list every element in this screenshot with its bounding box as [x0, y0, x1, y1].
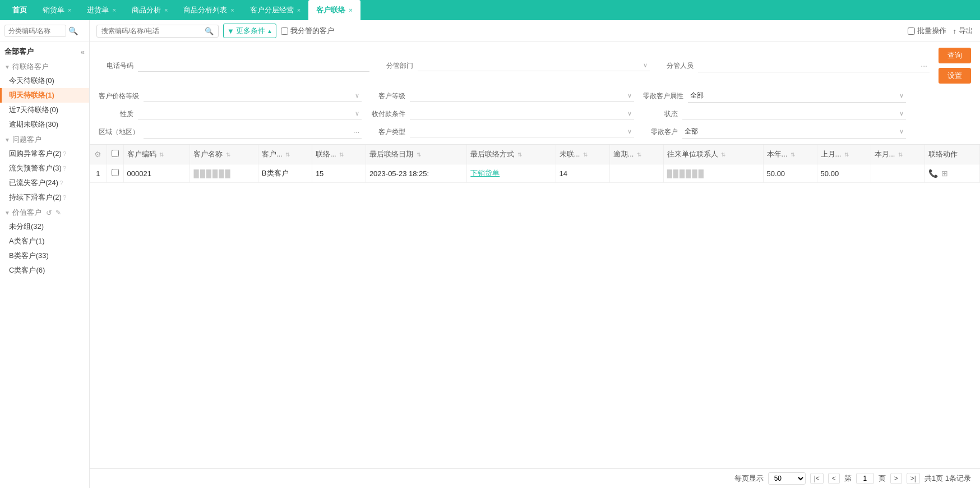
toolbar-search-icon[interactable]: 🔍: [205, 27, 214, 35]
sidebar-item-b-class[interactable]: B类客户(33): [0, 248, 89, 263]
page-size-select[interactable]: 50 100 200: [768, 472, 806, 485]
sort-icon[interactable]: ⇅: [583, 151, 588, 158]
nav-close-active-icon[interactable]: ×: [349, 7, 352, 13]
toolbar-search-input[interactable]: [101, 27, 202, 35]
th-code: 客户编码 ⇅: [123, 145, 190, 164]
sidebar-item-ungrouped[interactable]: 未分组(32): [0, 219, 89, 234]
nav-close-icon[interactable]: ×: [297, 7, 301, 13]
page-label: 第: [844, 473, 852, 484]
sidebar: 🔍 全部客户 « ▼ 待联络客户 今天待联络(0) 明天待联络(1) 近7天待联…: [0, 20, 90, 488]
row-checkbox[interactable]: [112, 169, 119, 176]
nav-close-icon[interactable]: ×: [68, 7, 71, 13]
dots-icon[interactable]: ···: [353, 127, 360, 136]
sort-icon[interactable]: ⇅: [159, 151, 164, 158]
filter-dept-label: 分管部门: [378, 61, 418, 71]
page-input[interactable]: [856, 473, 874, 484]
cell-overdue: [609, 164, 663, 183]
nav-customer-segmentation[interactable]: 客户分层经营 ×: [242, 0, 308, 20]
value-group-refresh-icon[interactable]: ↺: [46, 209, 52, 217]
nav-home[interactable]: 首页: [4, 0, 35, 20]
filter-region-dots[interactable]: ···: [144, 126, 362, 139]
sort-icon[interactable]: ⇅: [226, 151, 230, 158]
filter-scattered-attr-select[interactable]: 全部 ∨: [688, 89, 906, 103]
filter-status-select[interactable]: ∨: [682, 108, 906, 119]
more-filters-btn[interactable]: ▼ 更多条件 ▲: [223, 24, 276, 38]
nav-close-icon[interactable]: ×: [164, 7, 168, 13]
sort-icon[interactable]: ⇅: [637, 151, 641, 158]
filter-price-level-label: 客户价格等级: [99, 91, 144, 101]
nav-close-icon[interactable]: ×: [112, 7, 115, 13]
value-group-edit-icon[interactable]: ✎: [56, 209, 61, 217]
nav-product-analysis[interactable]: 商品分析 ×: [124, 0, 175, 20]
batch-checkbox[interactable]: [908, 27, 915, 35]
filter-customer-type: 客户类型 ∨: [371, 126, 634, 137]
filter-nature-select[interactable]: ∨: [138, 108, 362, 119]
sidebar-item-c-class[interactable]: C类客户(6): [0, 263, 89, 278]
cell-last-method[interactable]: 下销货单: [467, 164, 556, 183]
cell-checkbox[interactable]: [107, 164, 123, 183]
next-page-btn[interactable]: >: [890, 473, 902, 484]
sidebar-item-declining[interactable]: 持续下滑客户(2) ?: [0, 190, 89, 205]
sidebar-item-repurchase-abnormal[interactable]: 回购异常客户(2) ?: [0, 146, 89, 161]
sidebar-search-icon[interactable]: 🔍: [68, 26, 78, 35]
th-actions: 联络动作: [924, 145, 979, 164]
batch-op-btn[interactable]: 批量操作: [908, 26, 946, 36]
nav-product-analysis-list[interactable]: 商品分析列表 ×: [175, 0, 242, 20]
nav-sales-order[interactable]: 销货单 ×: [35, 0, 79, 20]
set-btn[interactable]: 设置: [939, 68, 971, 84]
sort-icon[interactable]: ⇅: [791, 151, 795, 158]
sidebar-item-a-class[interactable]: A类客户(1): [0, 234, 89, 248]
sidebar-item-churned[interactable]: 已流失客户(24) ?: [0, 176, 89, 190]
sort-icon[interactable]: ⇅: [517, 151, 522, 158]
query-btn[interactable]: 查询: [939, 48, 971, 63]
help-icon[interactable]: ?: [63, 150, 66, 157]
my-customers-checkbox[interactable]: 我分管的客户: [281, 26, 334, 36]
page-unit: 页: [879, 473, 886, 484]
filter-row-1: 电话号码 分管部门 ∨ 分管人员 ···: [99, 48, 971, 84]
filter-customer-level-label: 客户等级: [371, 91, 410, 101]
filter-phone-input[interactable]: [138, 60, 369, 72]
sort-icon[interactable]: ⇅: [285, 151, 290, 158]
sort-icon[interactable]: ⇅: [417, 151, 421, 158]
sidebar-item-tomorrow-contact[interactable]: 明天待联络(1): [0, 88, 89, 103]
filter-scattered-customer-select[interactable]: 全部 ∨: [682, 125, 906, 139]
select-all-checkbox[interactable]: [112, 150, 119, 157]
filter-customer-level-select[interactable]: ∨: [410, 90, 634, 102]
collapse-icon[interactable]: «: [81, 48, 85, 56]
sidebar-item-today-contact[interactable]: 今天待联络(0): [0, 73, 89, 88]
th-type: 客户... ⇅: [258, 145, 312, 164]
export-btn[interactable]: ↑ 导出: [953, 26, 974, 36]
filter-scattered-customer-label: 零散客户: [643, 127, 682, 137]
filter-payment-select[interactable]: ∨: [410, 108, 634, 119]
row-action-grid-icon[interactable]: ⊞: [941, 169, 948, 178]
help-icon[interactable]: ?: [63, 194, 66, 201]
customer-table: ⚙ 客户编码 ⇅ 客户名称 ⇅: [90, 145, 980, 468]
row-action-phone-icon[interactable]: 📞: [928, 169, 938, 178]
help-icon[interactable]: ?: [63, 165, 66, 172]
sidebar-item-churn-warning[interactable]: 流失预警客户(3) ?: [0, 161, 89, 176]
filter-dept-select[interactable]: ∨: [418, 60, 649, 71]
sidebar-search-input[interactable]: [4, 25, 66, 37]
sidebar-item-week-contact[interactable]: 近7天待联络(0): [0, 103, 89, 117]
filter-customer-type-select[interactable]: ∨: [410, 126, 634, 137]
chevron-down-icon: ∨: [355, 92, 359, 99]
toolbar: 🔍 ▼ 更多条件 ▲ 我分管的客户 批量操作 ↑ 导出: [90, 20, 980, 42]
nav-close-icon[interactable]: ×: [230, 7, 234, 13]
filter-manager-dots[interactable]: ···: [698, 59, 930, 72]
help-icon[interactable]: ?: [59, 179, 63, 186]
dots-icon[interactable]: ···: [921, 61, 927, 70]
my-customers-checkbox-input[interactable]: [281, 27, 288, 35]
sort-icon[interactable]: ⇅: [844, 151, 849, 158]
filter-manager: 分管人员 ···: [659, 59, 930, 72]
sort-icon[interactable]: ⇅: [898, 151, 903, 158]
nav-customer-contact[interactable]: 客户联络 ×: [308, 0, 360, 20]
prev-page-btn[interactable]: <: [828, 473, 840, 484]
sort-icon[interactable]: ⇅: [339, 151, 344, 158]
first-page-btn[interactable]: |<: [810, 473, 824, 484]
last-page-btn[interactable]: >|: [907, 473, 920, 484]
sidebar-item-overdue-contact[interactable]: 逾期未联络(30): [0, 117, 89, 132]
sort-icon[interactable]: ⇅: [721, 151, 725, 158]
gear-icon[interactable]: ⚙: [94, 150, 101, 159]
filter-price-level-select[interactable]: ∨: [144, 90, 362, 102]
nav-purchase-order[interactable]: 进货单 ×: [79, 0, 123, 20]
